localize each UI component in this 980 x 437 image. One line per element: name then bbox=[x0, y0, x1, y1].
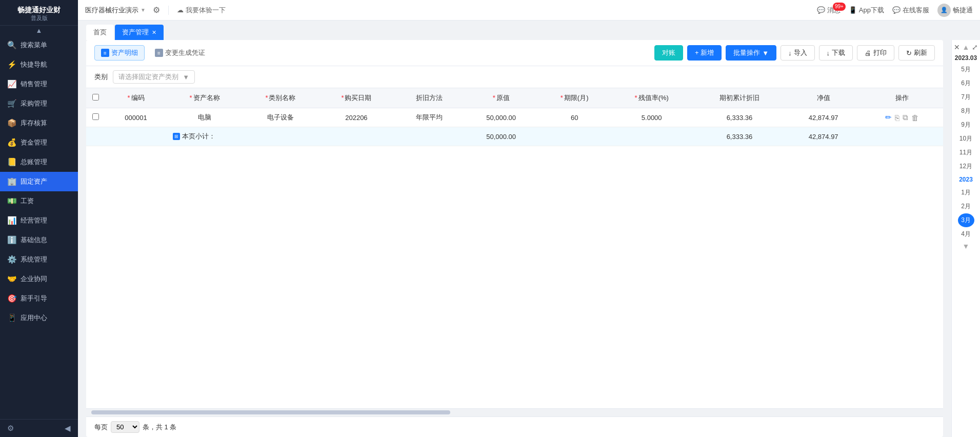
sidebar-item-basic-info[interactable]: ℹ️ 基础信息 bbox=[0, 230, 78, 250]
sidebar-item-fixed-assets[interactable]: 🏢 固定资产 bbox=[0, 172, 78, 191]
cell-operation-0: ✏ ⎘ ⧉ 🗑 bbox=[861, 108, 943, 127]
sidebar-item-cooperation[interactable]: 🤝 企业协同 bbox=[0, 269, 78, 289]
asset-list-tab-label: 资产明细 bbox=[111, 48, 138, 57]
copy-icon-0[interactable]: ⎘ bbox=[895, 113, 899, 122]
horizontal-scrollbar[interactable] bbox=[86, 408, 943, 416]
sidebar-item-sales[interactable]: 📈 销售管理 bbox=[0, 74, 78, 94]
sidebar-item-label-fixed-assets: 固定资产 bbox=[21, 177, 47, 186]
new-label: + 新增 bbox=[695, 48, 714, 57]
asset-table: *编码 *资产名称 *类别名称 *购买日期 折旧方法 *原值 *期限(月) *残… bbox=[86, 88, 943, 146]
month-item[interactable]: 4月 bbox=[952, 227, 980, 241]
cell-category-0: 电子设备 bbox=[243, 108, 318, 127]
month-item[interactable]: 12月 bbox=[952, 160, 980, 173]
th-operation: 操作 bbox=[861, 88, 943, 108]
message-icon: 💬 bbox=[817, 6, 825, 14]
app-center-icon: 📱 bbox=[7, 313, 16, 323]
tab-change-voucher[interactable]: ≡ 变更生成凭证 bbox=[149, 46, 211, 60]
message-button[interactable]: 💬 消息 99+ bbox=[817, 6, 841, 15]
month-item[interactable]: 6月 bbox=[952, 76, 980, 90]
print-button[interactable]: 🖨 打印 bbox=[857, 45, 894, 61]
experience-section[interactable]: ☁ 我要体验一下 bbox=[177, 6, 226, 15]
sidebar-item-label-cooperation: 企业协同 bbox=[21, 274, 47, 284]
panel-nav-down[interactable]: ▼ bbox=[962, 241, 971, 251]
subtotal-label-main: ⊞ 本页小计： bbox=[167, 127, 464, 146]
sidebar-item-payroll[interactable]: 💵 工资 bbox=[0, 191, 78, 211]
tab-label-asset-mgmt: 资产管理 bbox=[122, 28, 149, 37]
download-button[interactable]: ↓ 下载 bbox=[819, 45, 853, 61]
row-checkbox-0[interactable] bbox=[92, 113, 99, 120]
search-icon: 🔍 bbox=[7, 41, 16, 50]
th-net-value: 净值 bbox=[786, 88, 861, 108]
company-name: 医疗器械行业演示 bbox=[85, 6, 138, 15]
sidebar-logo: 畅捷通好业财 普及版 bbox=[0, 0, 78, 26]
category-filter-label: 类别 bbox=[94, 72, 108, 82]
cell-name-0: 电脑 bbox=[167, 108, 243, 127]
sidebar-scroll-up[interactable]: ▲ bbox=[0, 26, 78, 35]
panel-expand-icon[interactable]: ⤢ bbox=[972, 43, 978, 51]
app-subtitle: 普及版 bbox=[31, 14, 48, 22]
edit-icon-0[interactable]: ✏ bbox=[885, 113, 892, 122]
month-item[interactable]: 9月 bbox=[952, 118, 980, 132]
month-item[interactable]: 11月 bbox=[952, 146, 980, 160]
cell-initial-depreciation-0: 6,333.36 bbox=[693, 108, 786, 127]
sidebar-item-inventory[interactable]: 📦 库存核算 bbox=[0, 113, 78, 133]
panel-close-icon[interactable]: ✕ bbox=[954, 43, 960, 51]
settings-icon[interactable]: ⚙ bbox=[7, 424, 14, 433]
reconcile-button[interactable]: 对账 bbox=[654, 45, 683, 61]
month-item[interactable]: 2月 bbox=[952, 200, 980, 213]
funds-icon: 💰 bbox=[7, 138, 16, 147]
th-name: *资产名称 bbox=[167, 88, 243, 108]
sidebar-item-guide[interactable]: 🎯 新手引导 bbox=[0, 289, 78, 308]
import-button[interactable]: ↓ 导入 bbox=[781, 45, 815, 61]
print-label: 打印 bbox=[873, 48, 887, 57]
tab-close-asset-mgmt[interactable]: ✕ bbox=[152, 29, 156, 36]
sidebar-item-system[interactable]: ⚙️ 系统管理 bbox=[0, 250, 78, 269]
month-item[interactable]: 8月 bbox=[952, 104, 980, 118]
subtotal-operation bbox=[861, 127, 943, 146]
quick-nav-icon: ⚡ bbox=[7, 60, 16, 69]
th-initial-depreciation: 期初累计折旧 bbox=[693, 88, 786, 108]
sidebar-item-purchase[interactable]: 🛒 采购管理 bbox=[0, 94, 78, 113]
panel-months: 5月6月7月8月9月10月11月12月20231月2月3月4月▼ bbox=[952, 63, 980, 251]
tab-asset-mgmt[interactable]: 资产管理✕ bbox=[115, 25, 164, 40]
sidebar-item-funds[interactable]: 💰 资金管理 bbox=[0, 133, 78, 152]
panel-nav-up[interactable]: ▲ bbox=[962, 42, 971, 52]
sidebar-item-search[interactable]: 🔍 搜索菜单 bbox=[0, 35, 78, 55]
month-item[interactable]: 7月 bbox=[952, 90, 980, 104]
fixed-assets-icon: 🏢 bbox=[7, 177, 16, 186]
sales-icon: 📈 bbox=[7, 80, 16, 89]
th-original-value: *原值 bbox=[464, 88, 538, 108]
refresh-button[interactable]: ↻ 刷新 bbox=[898, 45, 935, 61]
hscroll-thumb[interactable] bbox=[91, 410, 450, 414]
subtotal-residual bbox=[610, 127, 693, 146]
batch-button[interactable]: 批量操作 ▼ bbox=[726, 45, 776, 61]
app-download-button[interactable]: 📱 App下载 bbox=[849, 6, 884, 15]
sidebar-item-operations[interactable]: 📊 经营管理 bbox=[0, 211, 78, 230]
tab-home[interactable]: 首页 bbox=[86, 25, 114, 40]
tab-asset-list[interactable]: ≡ 资产明细 bbox=[94, 45, 145, 61]
cell-net-value-0: 42,874.97 bbox=[786, 108, 861, 127]
sidebar-item-quick-nav[interactable]: ⚡ 快捷导航 bbox=[0, 55, 78, 74]
subtotal-checkbox bbox=[86, 127, 105, 146]
sidebar-item-label-basic-info: 基础信息 bbox=[21, 235, 47, 245]
user-profile[interactable]: 👤 畅捷通 bbox=[937, 4, 973, 17]
clone-icon-0[interactable]: ⧉ bbox=[903, 113, 908, 122]
month-item[interactable]: 1月 bbox=[952, 186, 980, 200]
month-item[interactable]: 3月 bbox=[958, 213, 974, 227]
month-item[interactable]: 5月 bbox=[952, 63, 980, 76]
per-page-select[interactable]: 50 100 200 bbox=[111, 421, 139, 433]
new-button[interactable]: + 新增 bbox=[687, 45, 722, 61]
subtotal-row: ⊞ 本页小计： 50,000.00 6,333.36 42,874.97 bbox=[86, 127, 943, 146]
subtotal-period bbox=[538, 127, 610, 146]
delete-icon-0[interactable]: 🗑 bbox=[911, 113, 919, 122]
company-selector[interactable]: 医疗器械行业演示 ▼ bbox=[85, 6, 146, 15]
collapse-icon[interactable]: ◀ bbox=[65, 424, 71, 433]
cell-code-0: 000001 bbox=[105, 108, 167, 127]
online-service-button[interactable]: 💬 在线客服 bbox=[892, 6, 929, 15]
select-all-checkbox[interactable] bbox=[92, 94, 99, 101]
sidebar-item-app-center[interactable]: 📱 应用中心 bbox=[0, 308, 78, 328]
topbar-settings-icon[interactable]: ⚙ bbox=[153, 5, 160, 15]
sidebar-item-ledger[interactable]: 📒 总账管理 bbox=[0, 152, 78, 172]
month-item[interactable]: 10月 bbox=[952, 132, 980, 146]
category-filter-select[interactable]: 请选择固定资产类别 ▼ bbox=[113, 70, 195, 84]
